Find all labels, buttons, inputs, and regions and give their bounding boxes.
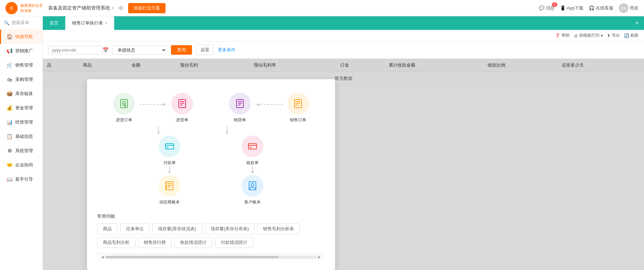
payment-bill-circle — [159, 136, 180, 157]
purchase-bill-label: 进货单 — [176, 117, 188, 123]
search-icon: 🔍 — [4, 20, 10, 25]
user-menu[interactable]: Ea 用友 — [619, 3, 639, 13]
sidebar-item-inventory[interactable]: 📦 库存核算 — [0, 87, 42, 101]
more-conditions-link[interactable]: 更多条件 — [218, 47, 236, 53]
flow-row-1: 进货订单 — [97, 89, 325, 126]
svg-marker-33 — [168, 171, 171, 174]
print-dropdown-icon: ▾ — [601, 33, 603, 38]
query-button[interactable]: 查询 — [171, 45, 192, 55]
top-bar: 6 畅康通好生意 标准版 装备及固定资产辅助管理系统 ▾ ⚙ 体验行业方案 💬 … — [0, 0, 644, 16]
purchase-icon: 🛍 — [6, 77, 13, 83]
sales-order-circle — [287, 93, 309, 114]
export-button[interactable]: ⬆ 导出 — [607, 33, 620, 38]
status-select[interactable]: 单据状态 — [112, 46, 167, 55]
flow-node-sales-order[interactable]: 销售订单 — [287, 93, 309, 123]
tab-bar-close-icon[interactable]: × — [636, 20, 639, 26]
home-icon: 🏠 — [6, 34, 13, 40]
template-print-button[interactable]: 🖨 按模板打印 ▾ — [574, 33, 603, 38]
sidebar: 🔍 搜索菜单 🏠 快捷导航 📢 营销推广 🛒 销售管理 🛍 — [0, 16, 43, 270]
func-btn-payment-stats[interactable]: 付款情况统计 — [215, 237, 253, 248]
customer-ledger-circle — [242, 175, 263, 197]
content-toolbar: ❓ 帮助 🖨 按模板打印 ▾ ⬆ 导出 🔄 刷新 — [43, 30, 644, 41]
func-btn-stock-status[interactable]: 现存量(库存状况表) — [152, 223, 202, 234]
message-icon: 💬 — [539, 5, 544, 11]
calendar-icon: 📅 — [103, 47, 108, 53]
tab-active[interactable]: 销售订单执行表 × — [65, 16, 114, 30]
flow-node-purchase-bill[interactable]: 进货单 — [171, 93, 193, 123]
svg-text:6: 6 — [10, 5, 13, 11]
flow-node-supplier-ledger[interactable]: 供应商账本 — [159, 175, 180, 205]
trial-button[interactable]: 体验行业方案 — [128, 3, 166, 13]
logo-icon: 6 — [5, 2, 18, 14]
func-btn-goods[interactable]: 商品 — [97, 223, 118, 234]
tab-home[interactable]: 首页 — [43, 16, 65, 30]
sidebar-item-base-info[interactable]: 📋 基础信息 — [0, 129, 42, 144]
sidebar-item-finance[interactable]: 💰 资金管理 — [0, 101, 42, 115]
sidebar-item-purchase[interactable]: 🛍 采购管理 — [0, 72, 42, 87]
common-functions-title: 常用功能 — [97, 213, 325, 219]
svg-marker-35 — [251, 171, 254, 174]
sidebar-item-marketing[interactable]: 📢 营销推广 — [0, 44, 42, 58]
flow-node-purchase-order[interactable]: 进货订单 — [113, 93, 135, 123]
scroll-left-button[interactable]: ◀ — [101, 255, 104, 259]
finance-icon: 💰 — [6, 105, 13, 111]
sales-bill-circle — [229, 93, 251, 114]
supplier-ledger-circle — [159, 175, 180, 197]
sidebar-item-sales[interactable]: 🛒 销售管理 — [0, 58, 42, 72]
download-icon: 📱 — [560, 5, 565, 11]
tab-close-icon[interactable]: × — [105, 21, 107, 25]
func-btn-sales-rank[interactable]: 销售排行榜 — [138, 237, 172, 248]
scroll-track[interactable] — [105, 256, 317, 258]
sales-icon: 🛒 — [6, 62, 13, 68]
svg-point-28 — [167, 147, 168, 148]
beginner-icon: 📖 — [6, 176, 13, 182]
date-input[interactable] — [48, 46, 103, 54]
receipt-bill-label: 收款单 — [246, 160, 259, 166]
func-btn-sales-profit[interactable]: 销售毛利分析表 — [257, 223, 300, 234]
sidebar-item-quick-nav[interactable]: 🏠 快捷导航 — [0, 30, 42, 44]
svg-rect-26 — [166, 144, 174, 149]
func-btn-stock-dist[interactable]: 现存量(库存分布表) — [205, 223, 255, 234]
content-area: 首页 销售订单执行表 × × ❓ 帮助 🖨 按模板打印 ▾ — [43, 16, 644, 270]
logo-text: 畅康通好生意 标准版 — [20, 3, 43, 13]
app-download-button[interactable]: 📱 App下载 — [560, 5, 584, 11]
help-button[interactable]: ❓ 帮助 — [555, 33, 570, 38]
search-menu[interactable]: 🔍 搜索菜单 — [0, 16, 42, 30]
message-button[interactable]: 💬 消息 6 — [539, 5, 555, 11]
flow-node-receipt-bill[interactable]: 收款单 — [242, 136, 263, 166]
print-icon: 🖨 — [574, 33, 578, 38]
flow-diagram: 进货订单 — [97, 89, 325, 205]
func-btn-receipt-stats[interactable]: 收款情况统计 — [174, 237, 212, 248]
svg-rect-29 — [248, 144, 257, 149]
sidebar-item-system[interactable]: ⚙ 系统管理 — [0, 144, 42, 158]
scroll-thumb — [105, 256, 279, 258]
settings-icon[interactable]: ⚙ — [119, 5, 123, 11]
purchase-order-label: 进货订单 — [116, 117, 132, 123]
operations-icon: 📊 — [6, 119, 13, 125]
svg-rect-40 — [166, 182, 166, 190]
sidebar-item-collab[interactable]: 🤝 企业协同 — [0, 158, 42, 172]
sidebar-item-beginner[interactable]: 📖 新手引导 — [0, 172, 42, 186]
svg-point-42 — [251, 183, 254, 186]
sidebar-menu: 🏠 快捷导航 📢 营销推广 🛒 销售管理 🛍 采购管理 📦 库存核 — [0, 30, 42, 270]
avatar: Ea — [619, 3, 628, 13]
common-functions: 常用功能 商品 往来单位 现存量(库存状况表) 现存量(库存分布表) 销售毛利分… — [97, 213, 325, 248]
svg-marker-25 — [226, 132, 228, 134]
sidebar-item-operations[interactable]: 📊 经营管理 — [0, 115, 42, 129]
scroll-right-button[interactable]: ▶ — [318, 255, 321, 259]
flow-node-payment-bill[interactable]: 付款单 — [159, 136, 180, 166]
message-badge: 6 — [552, 2, 557, 7]
dropdown-arrow-icon[interactable]: ▾ — [112, 6, 114, 10]
purchase-bill-circle — [171, 93, 193, 114]
flow-node-sales-bill[interactable]: 销货单 — [229, 93, 251, 123]
func-btn-partner[interactable]: 往来单位 — [120, 223, 150, 234]
svg-marker-17 — [256, 103, 260, 106]
customer-ledger-label: 客户账本 — [244, 199, 261, 205]
func-btn-goods-profit[interactable]: 商品毛利分析 — [97, 237, 135, 248]
online-service-button[interactable]: 🎧 在线客服 — [589, 5, 613, 11]
flow-node-customer-ledger[interactable]: 客户账本 — [242, 175, 263, 205]
logo-section: 6 畅康通好生意 标准版 — [5, 2, 43, 14]
inventory-icon: 📦 — [6, 91, 13, 97]
refresh-button[interactable]: 🔄 刷新 — [624, 33, 639, 38]
set-button[interactable]: 设置 — [196, 45, 214, 55]
